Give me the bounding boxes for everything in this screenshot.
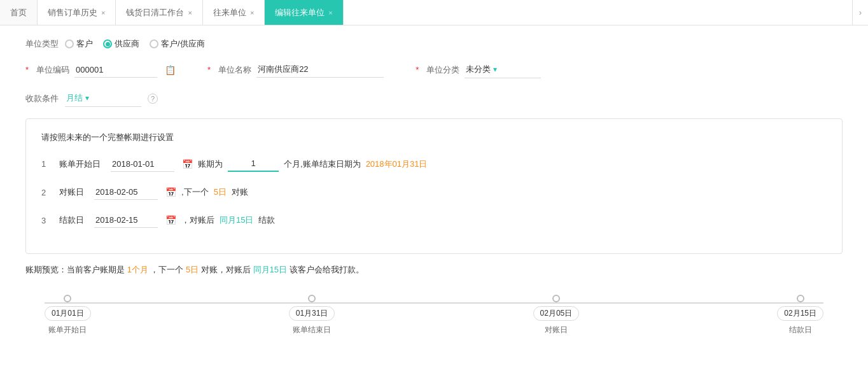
timeline-container: 01月01日 账单开始日 01月31日 账单结束日 02月05日 对账日 02月… [25,288,843,361]
period-months-input[interactable] [228,156,279,172]
period-label-1: 账单开始日 [59,158,101,170]
preview-part1: 1个月 [127,265,148,274]
section-title: 请按照未来的一个完整帐期进行设置 [41,132,827,143]
tab-sales-history[interactable]: 销售订单历史 × [38,0,116,25]
tab-home[interactable]: 首页 [0,0,38,25]
unit-type-label: 单位类型 [25,38,59,50]
unit-name-group: * 单位名称 [207,62,384,78]
unit-info-row: * 单位编码 📋 * 单位名称 * 单位分类 未分类 ▾ [25,61,843,78]
radio-supplier-circle [103,39,112,48]
timeline-node-0: 01月01日 账单开始日 [45,295,91,335]
preview-part4: 对账，对账后 [201,265,251,274]
period-cal-2[interactable]: 📅 [165,187,176,197]
tab-sales-history-close[interactable]: × [101,9,105,17]
period-suffix-3: 结款 [258,215,275,226]
preview-part2: ，下一个 [150,265,183,274]
period-num-3: 3 [41,216,54,225]
unit-code-calendar-icon[interactable]: 📋 [165,65,176,75]
period-label-2: 对账日 [59,186,84,198]
period-end-date-1: 2018年01月31日 [366,158,428,170]
timeline-dot-0 [64,295,71,302]
timeline-dot-2 [552,295,560,302]
radio-both-label: 客户/供应商 [161,38,205,50]
tab-overflow-arrow[interactable]: › [852,0,868,25]
period-suffix-before-1: 账期为 [198,158,223,170]
main-content: 单位类型 客户 供应商 客户/供应商 * 单位编码 📋 [0,25,868,387]
period-date-2[interactable] [94,185,158,200]
payment-terms-help-icon[interactable]: ? [148,94,158,104]
timeline-badge-3: 02月15日 [777,306,823,321]
tab-partner-close[interactable]: × [250,9,254,17]
radio-supplier[interactable]: 供应商 [103,38,139,50]
period-prefix-3: ，对账后 [181,215,214,226]
tab-edit-partner[interactable]: 编辑往来单位 × [265,0,343,25]
period-row-1: 1 账单开始日 📅 账期为 个月,账单结束日期为 2018年01月31日 [41,156,827,172]
payment-terms-label: 收款条件 [25,93,59,104]
preview-part5: 同月15日 [253,265,287,274]
payment-terms-arrow: ▾ [85,94,89,102]
radio-supplier-dot [106,42,110,46]
timeline-dot-1 [308,295,316,302]
unit-category-value: 未分类 [466,64,491,75]
preview-part3: 5日 [186,265,199,274]
unit-category-select[interactable]: 未分类 ▾ [465,61,541,78]
timeline-node-3: 02月15日 结款日 [777,295,823,335]
radio-both[interactable]: 客户/供应商 [150,38,205,50]
period-row-2: 2 对账日 📅 ,下一个 5日 对账 [41,185,827,200]
tab-bar: 首页 销售订单历史 × 钱货日清工作台 × 往来单位 × 编辑往来单位 × › [0,0,868,25]
timeline-nodes: 01月01日 账单开始日 01月31日 账单结束日 02月05日 对账日 02月… [45,295,823,335]
payment-terms-row: 收款条件 月结 ▾ ? [25,90,843,107]
tab-cash-workbench[interactable]: 钱货日清工作台 × [116,0,202,25]
timeline-label-2: 对账日 [545,325,568,335]
preview-part6: 该客户会给我打款。 [290,265,364,274]
period-label-3: 结款日 [59,215,84,226]
unit-cat-required: * [416,65,419,74]
radio-customer-circle [65,39,74,48]
tab-cash-workbench-close[interactable]: × [188,9,192,17]
radio-supplier-label: 供应商 [115,38,139,50]
unit-category-label: 单位分类 [426,64,459,76]
period-cal-1[interactable]: 📅 [182,159,193,169]
period-date-1[interactable] [111,157,174,172]
timeline-badge-0: 01月01日 [45,306,91,321]
timeline-node-2: 02月05日 对账日 [533,295,580,335]
radio-customer-label: 客户 [76,38,93,50]
preview-section: 账期预览：当前客户账期是 1个月 ，下一个 5日 对账，对账后 同月15日 该客… [25,264,843,276]
tab-edit-partner-close[interactable]: × [328,9,332,17]
unit-category-group: * 单位分类 未分类 ▾ [416,61,541,78]
period-row-3: 3 结款日 📅 ，对账后 同月15日 结款 [41,213,827,228]
period-suffix-1: 个月,账单结束日期为 [284,158,361,170]
preview-label: 账期预览：当前客户账期是 [25,265,125,274]
radio-customer[interactable]: 客户 [65,38,93,50]
payment-terms-value: 月结 [66,92,83,104]
timeline-badge-1: 01月31日 [289,306,335,321]
tab-sales-history-label: 销售订单历史 [48,7,97,18]
timeline-dot-3 [797,295,804,302]
period-cal-3[interactable]: 📅 [165,215,176,225]
tab-partner-label: 往来单位 [213,7,246,18]
radio-group-unit-type: 客户 供应商 客户/供应商 [65,38,205,50]
unit-category-arrow: ▾ [493,65,497,74]
period-day-2: 5日 [214,186,227,198]
period-date-3[interactable] [94,213,158,228]
period-num-1: 1 [41,159,54,169]
tab-partner[interactable]: 往来单位 × [203,0,265,25]
timeline-label-0: 账单开始日 [48,325,87,335]
timeline-node-1: 01月31日 账单结束日 [289,295,335,335]
unit-name-input[interactable] [256,62,384,78]
radio-both-circle [150,39,158,48]
timeline-label-1: 账单结束日 [293,325,331,335]
period-section: 请按照未来的一个完整帐期进行设置 1 账单开始日 📅 账期为 个月,账单结束日期… [25,118,843,254]
unit-name-label: 单位名称 [218,64,251,76]
tab-edit-partner-label: 编辑往来单位 [275,7,325,18]
unit-code-label: 单位编码 [36,64,69,76]
unit-code-required: * [25,65,29,74]
payment-terms-select[interactable]: 月结 ▾ [65,90,141,107]
tab-home-label: 首页 [10,7,27,18]
timeline-badge-2: 02月05日 [533,306,580,321]
period-num-2: 2 [41,188,54,197]
period-prefix-2: ,下一个 [181,186,209,198]
unit-type-row: 单位类型 客户 供应商 客户/供应商 [25,38,843,50]
tab-cash-workbench-label: 钱货日清工作台 [126,7,184,18]
unit-code-input[interactable] [74,62,157,78]
